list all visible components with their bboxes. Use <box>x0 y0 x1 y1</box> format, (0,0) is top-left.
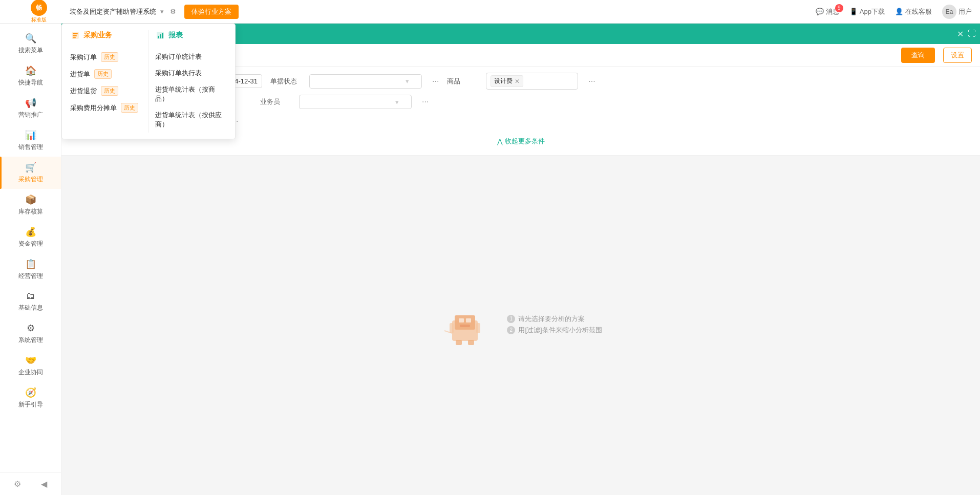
sidebar-label-search: 搜索菜单 <box>18 46 43 55</box>
search-icon: 🔍 <box>25 33 36 44</box>
sidebar-item-quick-nav[interactable]: 🏠 快捷导航 <box>0 60 61 92</box>
goods-tag-close[interactable]: ✕ <box>515 78 520 85</box>
system-gear-icon[interactable]: ⚙ <box>170 8 176 15</box>
dropdown-item-inbound-stats-supplier[interactable]: 进货单统计表（按供应商） <box>155 107 227 133</box>
purchase-order-history: 历史 <box>101 52 118 62</box>
report-header: 报表 <box>155 30 227 44</box>
svg-rect-10 <box>468 340 474 345</box>
basic-icon: 🗂 <box>26 291 35 302</box>
sidebar-item-search[interactable]: 🔍 搜索菜单 <box>0 28 61 60</box>
salesman-value <box>304 97 310 106</box>
enterprise-icon: 🤝 <box>25 355 36 366</box>
user-btn[interactable]: Ea 用户 <box>942 5 972 19</box>
sidebar: 🔍 搜索菜单 🏠 快捷导航 📢 营销推广 📊 销售管理 🛒 采购管理 📦 库存核… <box>0 24 61 495</box>
dropdown-divider <box>148 30 149 133</box>
goods-more-icon[interactable]: ··· <box>588 77 595 86</box>
purchase-business-icon <box>70 30 80 40</box>
system-dropdown-icon[interactable]: ▾ <box>160 8 164 15</box>
empty-hints: 1 请先选择要分析的方案 2 用[过滤]条件来缩小分析范围 <box>507 314 602 337</box>
system-title: 装备及固定资产辅助管理系统 <box>70 7 156 16</box>
sidebar-label-system: 系统管理 <box>18 336 43 345</box>
content-area: 首页 销售排行榜 ✕ ✕ ⛶ ❓ 帮助 🖨 按模板打印 ▾ 📤 <box>61 24 980 495</box>
sidebar-item-finance[interactable]: 💰 资金管理 <box>0 221 61 253</box>
inbound-stats-goods-label: 进货单统计表（按商品） <box>155 85 227 103</box>
goods-tag-label: 设计费 <box>494 77 513 85</box>
svg-rect-7 <box>450 323 454 333</box>
sidebar-settings-btn[interactable]: ⚙ <box>14 479 21 489</box>
message-badge: 9 <box>835 4 843 12</box>
collapse-label: 收起更多条件 <box>505 137 545 146</box>
sidebar-label-guide: 新手引导 <box>18 400 43 409</box>
sidebar-item-marketing[interactable]: 📢 营销推广 <box>0 92 61 124</box>
svg-rect-17 <box>158 36 159 38</box>
hint2-text: 用[过滤]条件来缩小分析范围 <box>518 326 602 335</box>
dropdown-item-purchase-order[interactable]: 采购订单 历史 <box>70 49 142 66</box>
avatar: Ea <box>942 5 956 19</box>
inventory-icon: 📦 <box>25 194 36 205</box>
svg-text:畅: 畅 <box>36 4 42 11</box>
query-btn[interactable]: 查询 <box>901 48 935 63</box>
guide-icon: 🧭 <box>25 387 36 398</box>
salesman-more-icon[interactable]: ··· <box>422 97 429 106</box>
system-icon: ⚙ <box>27 322 35 334</box>
goods-tag[interactable]: 设计费 ✕ <box>491 75 523 87</box>
sidebar-label-enterprise: 企业协同 <box>18 368 43 377</box>
expense-label: 采购费用分摊单 <box>70 103 117 113</box>
online-service-btn[interactable]: 👤 在线客服 <box>895 7 932 16</box>
sidebar-label-basic: 基础信息 <box>18 304 43 312</box>
dropdown-item-expense[interactable]: 采购费用分摊单 历史 <box>70 99 142 116</box>
sidebar-label-purchase: 采购管理 <box>18 175 43 184</box>
salesman-label: 业务员 <box>260 97 291 106</box>
inbound-stats-supplier-label: 进货单统计表（按供应商） <box>155 111 227 129</box>
doc-status-label: 单据状态 <box>270 77 301 86</box>
sidebar-label-inventory: 库存核算 <box>18 207 43 216</box>
dropdown-item-return[interactable]: 进货退货 历史 <box>70 82 142 99</box>
step1-num: 1 <box>507 315 515 323</box>
purchase-icon: 🛒 <box>25 162 36 173</box>
header-right: 💬 消息 9 📱 App下载 👤 在线客服 Ea 用户 <box>816 5 972 19</box>
doc-status-select[interactable]: ▾ <box>309 74 422 89</box>
sidebar-item-system[interactable]: ⚙ 系统管理 <box>0 317 61 350</box>
return-label: 进货退货 <box>70 87 97 96</box>
doc-status-dropdown-icon: ▾ <box>406 77 409 85</box>
sidebar-item-inventory[interactable]: 📦 库存核算 <box>0 189 61 221</box>
tab-minimize-icon[interactable]: ✕ <box>957 29 964 39</box>
order-exec-label: 采购订单执行表 <box>155 69 202 78</box>
dropdown-item-order-stats[interactable]: 采购订单统计表 <box>155 49 227 65</box>
sidebar-item-operations[interactable]: 📋 经营管理 <box>0 253 61 286</box>
sidebar-item-basic[interactable]: 🗂 基础信息 <box>0 286 61 317</box>
messages-btn[interactable]: 💬 消息 9 <box>816 7 839 16</box>
sidebar-label-sales: 销售管理 <box>18 143 43 152</box>
doc-status-more-icon[interactable]: ··· <box>432 77 439 86</box>
svg-rect-6 <box>460 325 470 327</box>
sidebar-item-guide[interactable]: 🧭 新手引导 <box>0 382 61 414</box>
dropdown-item-order-exec[interactable]: 采购订单执行表 <box>155 65 227 81</box>
inbound-history: 历史 <box>94 69 112 79</box>
salesman-select[interactable]: ▾ <box>299 95 412 109</box>
sidebar-collapse-btn[interactable]: ◀ <box>41 479 47 489</box>
sidebar-item-purchase[interactable]: 🛒 采购管理 <box>0 157 61 189</box>
tab-maximize-icon[interactable]: ⛶ <box>968 29 976 38</box>
finance-icon: 💰 <box>25 226 36 238</box>
report-title: 报表 <box>168 31 183 40</box>
svg-rect-14 <box>73 35 77 36</box>
svg-rect-5 <box>466 318 471 322</box>
logo-icon: 畅 <box>31 0 47 16</box>
logo-subtitle: 标准版 <box>31 16 47 24</box>
doc-status-value <box>314 77 321 86</box>
sidebar-label-quick-nav: 快捷导航 <box>18 78 43 87</box>
sidebar-item-sales[interactable]: 📊 销售管理 <box>0 124 61 157</box>
app-download-btn[interactable]: 📱 App下载 <box>849 7 885 16</box>
sidebar-label-finance: 资金管理 <box>18 240 43 248</box>
collapse-icon: ⋀ <box>497 138 503 145</box>
empty-area: 1 请先选择要分析的方案 2 用[过滤]条件来缩小分析范围 <box>61 156 980 495</box>
dropdown-item-inbound-stats-goods[interactable]: 进货单统计表（按商品） <box>155 81 227 107</box>
goods-input[interactable]: 设计费 ✕ <box>486 73 578 90</box>
industry-btn[interactable]: 体验行业方案 <box>184 5 239 19</box>
purchase-business-title: 采购业务 <box>83 31 112 40</box>
settings-btn[interactable]: 设置 <box>943 48 972 63</box>
dropdown-item-inbound[interactable]: 进货单 历史 <box>70 66 142 82</box>
sidebar-item-enterprise[interactable]: 🤝 企业协同 <box>0 350 61 382</box>
purchase-business-col: 采购业务 采购订单 历史 进货单 历史 进货退货 历史 <box>70 30 142 133</box>
svg-rect-8 <box>476 323 480 333</box>
